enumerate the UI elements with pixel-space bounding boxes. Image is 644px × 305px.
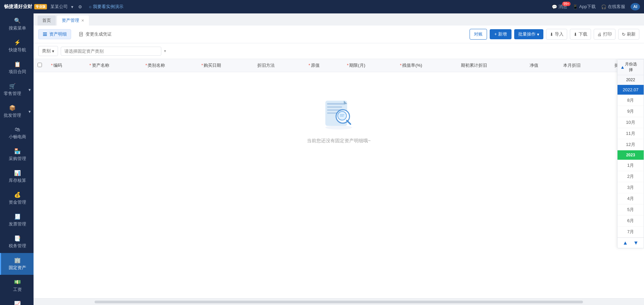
sidebar-item-mini-shop[interactable]: 🛍 小畅电商 xyxy=(0,122,34,144)
fixed-assets-icon: 🏢 xyxy=(14,257,21,263)
wholesale-icon: 📦 xyxy=(9,105,16,111)
avatar-text: AI xyxy=(633,4,637,9)
month-item-2022-07-label: 2022.07 xyxy=(623,87,639,92)
demo-link[interactable]: ○ 我要看实例演示 xyxy=(89,4,123,10)
month-panel-footer: ▲ ▼ xyxy=(618,238,644,248)
col-period: *期限(月) xyxy=(343,59,396,72)
sub-tab-change-voucher[interactable]: 变更生成凭证 xyxy=(74,29,116,39)
add-label: + 新增 xyxy=(494,31,507,37)
month-item-2022-11[interactable]: 11月 xyxy=(618,128,644,139)
top-bar: 畅捷通好业财 专业版 某某公司 ▾ ⚙ ○ 我要看实例演示 💬 消息 99+ 📱… xyxy=(0,0,644,13)
operations-icon: 📈 xyxy=(14,301,21,305)
month-panel-up-nav-icon[interactable]: ▲ xyxy=(621,239,630,247)
add-button[interactable]: + 新增 xyxy=(490,29,512,39)
import-button[interactable]: ⬇ 导入 xyxy=(546,29,567,40)
online-service-button[interactable]: 🎧 在线客服 xyxy=(601,4,625,10)
sidebar-item-search-menu-label: 搜索菜单 xyxy=(9,25,26,31)
sidebar-item-fixed-assets-label: 固定资产 xyxy=(9,265,26,271)
sidebar-item-inventory[interactable]: 📊 库存核算 xyxy=(0,166,34,188)
message-icon: 💬 xyxy=(552,4,557,9)
sidebar-item-search-menu[interactable]: 🔍 搜索菜单 xyxy=(0,13,34,35)
sidebar-item-retail[interactable]: 🛒 零售管理 ▾ xyxy=(0,79,34,101)
sidebar-item-purchase-content: 🏪 采购管理 xyxy=(9,148,26,162)
category-select[interactable]: 类别 ▾ xyxy=(38,46,58,56)
app-download-button[interactable]: 📱 App下载 xyxy=(573,4,596,10)
sub-tab-change-voucher-label: 变更生成凭证 xyxy=(86,31,112,37)
download-button[interactable]: ⬇ 下载 xyxy=(570,29,591,40)
sidebar-item-project-contract[interactable]: 📋 项目合同 xyxy=(0,57,34,79)
tab-close-icon[interactable]: ✕ xyxy=(81,18,84,23)
month-item-2023-06[interactable]: 6月 xyxy=(618,215,644,226)
month-item-2022-07[interactable]: 2022.07 xyxy=(618,85,644,95)
sidebar-item-wholesale-label: 批发管理 xyxy=(4,112,21,118)
table-container[interactable]: *编码 *资产名称 *类别名称 *购买日期 折旧方法 *原值 *期限(月) *残… xyxy=(34,59,644,298)
sidebar-item-purchase[interactable]: 🏪 采购管理 xyxy=(0,144,34,166)
sidebar-item-retail-label: 零售管理 xyxy=(4,91,21,97)
horizontal-scrollbar[interactable] xyxy=(95,301,583,303)
sidebar-item-project-contract-label: 项目合同 xyxy=(9,69,26,75)
sidebar-item-inventory-label: 库存核算 xyxy=(9,177,26,184)
month-item-year-2023: 2023 xyxy=(618,150,644,160)
quick-nav-icon: ⚡ xyxy=(14,39,21,46)
col-monthly-dep: 本月折旧 xyxy=(559,59,610,72)
sidebar-item-wholesale[interactable]: 📦 批发管理 ▾ xyxy=(0,101,34,122)
batch-button[interactable]: 批量操作 ▾ xyxy=(514,29,543,39)
month-item-2022-09[interactable]: 9月 xyxy=(618,106,644,117)
print-icon: 🖨 xyxy=(597,32,602,37)
sidebar-item-tax[interactable]: 📑 税务管理 xyxy=(0,231,34,253)
sidebar-item-tax-label: 税务管理 xyxy=(9,243,26,249)
tax-icon: 📑 xyxy=(14,235,21,242)
month-panel-down-nav-icon[interactable]: ▼ xyxy=(631,239,641,247)
sidebar-item-invoice[interactable]: 🧾 发票管理 xyxy=(0,209,34,231)
company-name: 某某公司 xyxy=(50,4,68,10)
sidebar-item-payroll[interactable]: 💵 工资 xyxy=(0,275,34,297)
month-item-2022-10[interactable]: 10月 xyxy=(618,117,644,128)
message-button[interactable]: 💬 消息 99+ xyxy=(552,4,567,10)
user-avatar[interactable]: AI xyxy=(631,3,640,10)
empty-text: 当前您还没有固定资产明细哦~ xyxy=(307,138,371,144)
sidebar-item-fund[interactable]: 💰 资金管理 xyxy=(0,188,34,209)
settings-icon[interactable]: ⚙ xyxy=(78,4,82,9)
top-bar-right: 💬 消息 99+ 📱 App下载 🎧 在线客服 AI xyxy=(552,3,640,10)
sub-tab-asset-detail[interactable]: 资产明细 xyxy=(38,29,71,39)
download-icon: ⬇ xyxy=(574,32,577,37)
sidebar-item-quick-nav-label: 快捷导航 xyxy=(9,47,26,53)
empty-icon xyxy=(319,92,359,133)
month-item-2023-03[interactable]: 3月 xyxy=(618,182,644,193)
sidebar-item-operations[interactable]: 📈 经营管理 xyxy=(0,297,34,305)
col-dep-method: 折旧方法 xyxy=(253,59,305,72)
month-item-2023-07[interactable]: 7月 xyxy=(618,226,644,238)
list-icon xyxy=(43,32,47,37)
reconcile-button[interactable]: 对账 xyxy=(470,29,487,40)
month-item-2023-05[interactable]: 5月 xyxy=(618,204,644,215)
month-panel-up-icon[interactable]: ▲ xyxy=(620,64,625,70)
tab-home[interactable]: 首页 xyxy=(38,15,56,26)
tab-asset-management-label: 资产管理 xyxy=(62,17,79,23)
filter-input-arrow-icon: ▾ xyxy=(164,49,166,53)
svg-rect-1 xyxy=(43,34,47,35)
data-table: *编码 *资产名称 *类别名称 *购买日期 折旧方法 *原值 *期限(月) *残… xyxy=(34,59,644,164)
select-all-checkbox[interactable] xyxy=(38,63,42,67)
import-label: 导入 xyxy=(555,31,564,37)
company-dropdown-icon[interactable]: ▾ xyxy=(71,4,73,9)
print-button[interactable]: 🖨 打印 xyxy=(594,29,615,40)
headset-icon: 🎧 xyxy=(601,4,606,9)
sidebar-item-fixed-assets[interactable]: 🏢 固定资产 xyxy=(0,253,34,275)
refresh-button[interactable]: ↻ 刷新 xyxy=(618,29,639,40)
sub-tab-asset-detail-label: 资产明细 xyxy=(49,31,67,37)
sidebar-item-fund-content: 💰 资金管理 xyxy=(9,192,26,205)
month-item-2022-12[interactable]: 12月 xyxy=(618,139,644,150)
month-item-2023-04[interactable]: 4月 xyxy=(618,193,644,204)
pro-badge: 专业版 xyxy=(34,4,47,9)
month-item-2022-08[interactable]: 8月 xyxy=(618,95,644,106)
month-item-2023-01[interactable]: 1月 xyxy=(618,160,644,171)
content-area: 首页 资产管理 ✕ 资产明细 xyxy=(34,13,644,305)
sidebar-item-quick-nav[interactable]: ⚡ 快捷导航 xyxy=(0,35,34,57)
month-item-2023-02[interactable]: 2月 xyxy=(618,171,644,182)
category-input[interactable] xyxy=(61,47,161,56)
sidebar-item-search-menu-content: 🔍 搜索菜单 xyxy=(9,17,26,31)
bottom-bar xyxy=(34,298,644,305)
col-net-value: 净值 xyxy=(526,59,559,72)
month-panel-title: 月份选择 xyxy=(625,61,637,73)
tab-asset-management[interactable]: 资产管理 ✕ xyxy=(57,15,89,26)
